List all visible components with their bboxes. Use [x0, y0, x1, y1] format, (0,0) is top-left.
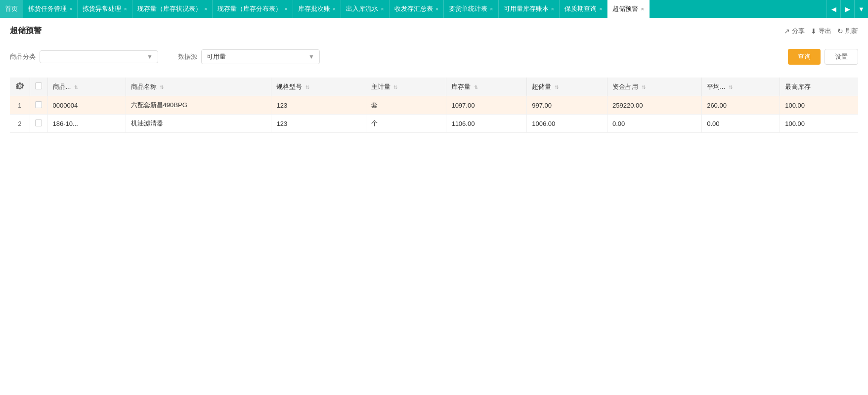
query-button[interactable]: 查询 [788, 49, 821, 65]
nav-close-stock-status[interactable]: × [204, 6, 207, 12]
th-unit: 主计量 ⇅ [366, 78, 446, 96]
export-label: 导出 [819, 27, 831, 36]
nav-close-flow[interactable]: × [381, 6, 384, 12]
row2-avg: 0.00 [702, 115, 780, 133]
th-avg-label: 平均... [707, 83, 725, 90]
page-header: 超储预警 ↗ 分享 ⬇ 导出 ↻ 刷新 [10, 26, 858, 36]
nav-close-summary[interactable]: × [435, 6, 438, 12]
nav-item-home[interactable]: 首页 [0, 0, 23, 18]
th-product-code: 商品... ⇅ [47, 78, 126, 96]
th-spec-label: 规格型号 [276, 83, 302, 90]
nav-item-flow[interactable]: 出入库流水 × [341, 0, 389, 18]
page-content: 超储预警 ↗ 分享 ⬇ 导出 ↻ 刷新 商品分类 ▼ 数据源 [0, 18, 868, 395]
nav-item-batch[interactable]: 库存批次账 × [293, 0, 341, 18]
nav-close-expiry[interactable]: × [599, 6, 602, 12]
th-product-code-label: 商品... [53, 83, 71, 90]
nav-item-pick-exception[interactable]: 拣货异常处理 × [78, 0, 132, 18]
datasource-select[interactable]: 可用量 ▼ [201, 49, 320, 64]
nav-item-overstock[interactable]: 超储预警 × [608, 0, 649, 18]
nav-item-summary[interactable]: 收发存汇总表 × [390, 0, 444, 18]
th-product-name: 商品名称 ⇅ [126, 78, 271, 96]
page-title: 超储预警 [10, 26, 42, 36]
row2-max-stock: 100.00 [780, 115, 858, 133]
nav-label-home: 首页 [5, 4, 18, 13]
category-label: 商品分类 [10, 52, 36, 61]
category-select[interactable]: ▼ [40, 50, 158, 63]
sort-avg-icon[interactable]: ⇅ [729, 84, 733, 90]
datasource-label: 数据源 [178, 52, 197, 61]
sort-overstock-icon[interactable]: ⇅ [555, 84, 559, 90]
nav-label-stock-dist: 现存量（库存分布表） [217, 4, 282, 13]
nav-more-arrow[interactable]: ▼ [854, 0, 868, 18]
filter-actions: 查询 设置 [788, 49, 858, 65]
export-button[interactable]: ⬇ 导出 [811, 27, 831, 36]
nav-label-pick-task: 拣货任务管理 [28, 4, 67, 13]
row2-checkbox[interactable] [35, 119, 42, 126]
th-unit-label: 主计量 [371, 83, 391, 90]
settings-icon [16, 82, 24, 90]
gear-col-header [10, 78, 30, 96]
nav-close-overstock[interactable]: × [641, 6, 644, 12]
top-navigation: 首页 拣货任务管理 × 拣货异常处理 × 现存量（库存状况表） × 现存量（库存… [0, 0, 868, 18]
table-body: 1 0000004 六配套新昌490BPG 123 套 1097.00 997.… [10, 96, 858, 133]
nav-item-order-stats[interactable]: 要货单统计表 × [444, 0, 498, 18]
nav-label-avail-stock: 可用量库存账本 [504, 4, 549, 13]
th-stock-label: 库存量 [451, 83, 471, 90]
row1-capital: 259220.00 [608, 96, 702, 115]
table-row: 1 0000004 六配套新昌490BPG 123 套 1097.00 997.… [10, 96, 858, 115]
datasource-value: 可用量 [207, 52, 308, 61]
row2-spec: 123 [271, 115, 366, 133]
nav-label-flow: 出入库流水 [346, 4, 378, 13]
nav-close-avail-stock[interactable]: × [551, 6, 554, 12]
row2-product-code: 186-10... [47, 115, 126, 133]
sort-capital-icon[interactable]: ⇅ [642, 84, 646, 90]
nav-close-stock-dist[interactable]: × [284, 6, 287, 12]
nav-prev-arrow[interactable]: ◀ [826, 0, 840, 18]
th-overstock: 超储量 ⇅ [527, 78, 608, 96]
nav-close-order-stats[interactable]: × [490, 6, 493, 12]
nav-item-avail-stock[interactable]: 可用量库存账本 × [499, 0, 560, 18]
nav-next-arrow[interactable]: ▶ [840, 0, 854, 18]
nav-close-batch[interactable]: × [333, 6, 336, 12]
select-all-checkbox[interactable] [35, 82, 42, 89]
row1-checkbox[interactable] [35, 101, 42, 108]
nav-label-order-stats: 要货单统计表 [449, 4, 487, 13]
checkbox-col-header [30, 78, 47, 96]
row1-avg: 260.00 [702, 96, 780, 115]
row1-index: 1 [10, 96, 30, 115]
nav-close-pick-task[interactable]: × [69, 6, 72, 12]
table-header: 商品... ⇅ 商品名称 ⇅ 规格型号 ⇅ 主计量 ⇅ 库存量 ⇅ [10, 78, 858, 96]
nav-label-summary: 收发存汇总表 [394, 4, 433, 13]
row1-overstock: 997.00 [527, 96, 608, 115]
th-overstock-label: 超储量 [532, 83, 551, 90]
datasource-chevron-icon: ▼ [308, 53, 314, 60]
row1-product-code: 0000004 [47, 96, 126, 115]
row2-overstock: 1006.00 [527, 115, 608, 133]
table-header-row: 商品... ⇅ 商品名称 ⇅ 规格型号 ⇅ 主计量 ⇅ 库存量 ⇅ [10, 78, 858, 96]
sort-product-name-icon[interactable]: ⇅ [160, 84, 164, 90]
nav-item-pick-task[interactable]: 拣货任务管理 × [23, 0, 78, 18]
row1-spec: 123 [271, 96, 366, 115]
row1-max-stock: 100.00 [780, 96, 858, 115]
share-button[interactable]: ↗ 分享 [784, 27, 805, 36]
row1-stock: 1097.00 [446, 96, 527, 115]
refresh-icon: ↻ [837, 27, 843, 35]
refresh-button[interactable]: ↻ 刷新 [837, 27, 858, 36]
th-capital: 资金占用 ⇅ [608, 78, 702, 96]
sort-spec-icon[interactable]: ⇅ [305, 84, 309, 90]
nav-item-stock-status[interactable]: 现存量（库存状况表） × [132, 0, 213, 18]
row2-checkbox-cell [30, 115, 47, 133]
sort-stock-icon[interactable]: ⇅ [474, 84, 478, 90]
sort-unit-icon[interactable]: ⇅ [393, 84, 397, 90]
nav-label-stock-status: 现存量（库存状况表） [137, 4, 202, 13]
row2-product-name: 机油滤清器 [126, 115, 271, 133]
row1-product-name: 六配套新昌490BPG [126, 96, 271, 115]
nav-item-stock-dist[interactable]: 现存量（库存分布表） × [213, 0, 293, 18]
table-row: 2 186-10... 机油滤清器 123 个 1106.00 1006.00 … [10, 115, 858, 133]
nav-close-pick-exception[interactable]: × [124, 6, 127, 12]
th-avg: 平均... ⇅ [702, 78, 780, 96]
sort-product-code-icon[interactable]: ⇅ [74, 84, 78, 90]
nav-arrows: ◀ ▶ ▼ [826, 0, 868, 18]
settings-button[interactable]: 设置 [825, 49, 858, 65]
nav-item-expiry[interactable]: 保质期查询 × [560, 0, 608, 18]
